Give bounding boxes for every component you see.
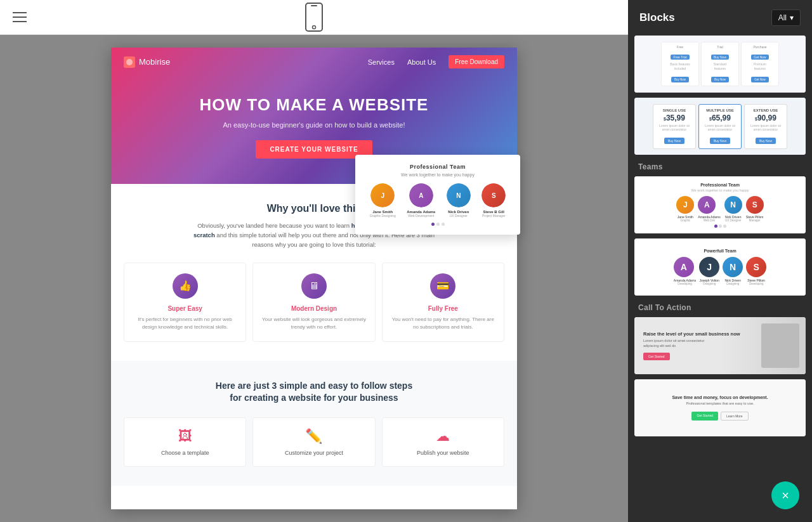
sidebar: Blocks All ▾ Free Free Trial Basic featu…	[628, 0, 812, 522]
step-icon-template: 🖼	[131, 428, 239, 445]
pro-role-1: Graphic	[676, 219, 694, 222]
powerful-team-avatars: A Amanda Adams Developing J Joseph Volto…	[674, 257, 766, 285]
block-card-professional-team[interactable]: Professional Team We work together to ma…	[634, 176, 806, 233]
cta2-btns: Get Started Learn More	[691, 412, 748, 421]
dot-2	[436, 223, 440, 226]
team-member-role-1: Graphic Designing	[370, 214, 396, 218]
top-price-2: Trial Buy Now Standardfeatures Buy Now	[701, 42, 739, 86]
sidebar-title: Blocks	[639, 11, 675, 24]
toolbar	[0, 0, 628, 35]
nav-link-about[interactable]: About Us	[407, 58, 436, 66]
hero-title: HOW TO MAKE A WEBSITE	[124, 95, 504, 115]
block-card-pricing-main[interactable]: SINGLE USE $35,99 Lorem ipsum dolor sit …	[634, 98, 806, 155]
svg-point-3	[126, 59, 133, 65]
pricing-main-preview: SINGLE USE $35,99 Lorem ipsum dolor sit …	[634, 98, 806, 155]
nav-link-services[interactable]: Services	[368, 58, 395, 66]
team-member-role-4: Project Manager	[481, 214, 506, 218]
powerful-team-preview: Powerfull Team A Amanda Adams Developing…	[634, 238, 806, 296]
feature-title-1: Super Easy	[131, 305, 239, 312]
steps-section: Here are just 3 simple and easy to follo…	[111, 361, 517, 486]
powerful-member-3: N Nick Driven Designing	[723, 257, 743, 285]
powerful-avatar-1: A	[674, 257, 694, 277]
feature-card-3: 💳 Fully Free You won't need to pay for a…	[382, 263, 504, 342]
price-multiple: MULTIPLE USE $65,99 Lorem ipsum dolor si…	[698, 104, 742, 149]
price-single: SINGLE USE $35,99 Lorem ipsum dolor sit …	[653, 104, 696, 149]
powerful-role-2: Designing	[699, 282, 719, 285]
top-price-3: Purchase Get Now Premiumfeatures Get Now	[741, 42, 779, 86]
pro-role-3: UX Designer	[724, 219, 742, 222]
feature-desc-1: It's perfect for beginners with no prior…	[131, 316, 239, 331]
feature-icon-free: 💳	[430, 273, 455, 299]
pro-name-2: Amanda Adams	[698, 215, 720, 219]
cta2-text: Professional templates that are easy to …	[686, 401, 754, 407]
team-popup-subtitle: We work together to make you happy	[364, 173, 511, 177]
team-popup-title: Professional Team	[364, 164, 511, 170]
step-card-3: ☁ Publish your website	[382, 417, 504, 467]
team-avatar-2: A	[409, 183, 433, 207]
website-preview: Mobirise Services About Us Free Download…	[111, 48, 517, 509]
block-card-powerful-team[interactable]: Powerfull Team A Amanda Adams Developing…	[634, 238, 806, 296]
team-avatar-3: N	[447, 183, 471, 207]
block-card-pricing-top[interactable]: Free Free Trial Basic featuresincluded B…	[634, 36, 806, 93]
team-member-3: N Nick Driven UX Designer	[447, 183, 471, 218]
hamburger-menu[interactable]	[13, 12, 27, 22]
team-avatar-1: J	[370, 183, 395, 207]
pro-member-1: J Jane Smith Graphic	[676, 196, 694, 222]
pro-member-4: S Steve Pillom Manager	[746, 196, 764, 222]
mobile-device-icon[interactable]	[305, 3, 323, 32]
teams-section-label: Teams	[638, 162, 802, 171]
pro-role-4: Manager	[746, 219, 764, 222]
top-price-1: Free Free Trial Basic featuresincluded B…	[661, 42, 699, 86]
step-icon-customize: ✏️	[259, 428, 368, 445]
powerful-team-title: Powerfull Team	[704, 249, 736, 253]
step-card-1: 🖼 Choose a template	[124, 417, 246, 467]
powerful-member-1: A Amanda Adams Developing	[674, 257, 696, 285]
pro-member-2: A Amanda Adams Web Dev	[698, 196, 720, 222]
close-sidebar-btn[interactable]: ×	[771, 481, 799, 509]
all-dropdown-btn[interactable]: All ▾	[771, 10, 801, 26]
pro-name-1: Jane Smith	[676, 215, 694, 219]
preview-canvas[interactable]: Mobirise Services About Us Free Download…	[0, 35, 628, 522]
feature-icon-design: 🖥	[301, 273, 327, 299]
team-member-role-2: Web Development	[407, 214, 435, 218]
pro-name-4: Steve Pillom	[746, 215, 764, 219]
hero-logo: Mobirise	[124, 56, 170, 68]
feature-card-1: 👍 Super Easy It's perfect for beginners …	[124, 263, 246, 342]
dropdown-label: All	[778, 13, 787, 22]
free-download-btn[interactable]: Free Download	[449, 55, 504, 69]
pricing-top-preview: Free Free Trial Basic featuresincluded B…	[634, 36, 806, 93]
team-member-2: A Amanda Adams Web Development	[407, 183, 435, 218]
svg-point-1	[313, 26, 316, 29]
logo-icon	[124, 56, 135, 68]
block-card-cta-1[interactable]: Raise the level of your small business n…	[634, 317, 806, 374]
dot-3	[442, 223, 445, 226]
cta2-btn-primary: Get Started	[691, 412, 718, 421]
team-popup-dots	[364, 223, 511, 226]
create-website-btn[interactable]: CREATE YOUR WEBSITE	[256, 140, 372, 159]
hero-section: Mobirise Services About Us Free Download…	[111, 48, 517, 184]
feature-title-2: Modern Design	[259, 305, 368, 312]
pro-name-3: Nick Driven	[724, 215, 742, 219]
powerful-avatar-2: J	[699, 257, 719, 277]
block-card-cta-2[interactable]: Save time and money, focus on developmen…	[634, 379, 806, 436]
steps-row: 🖼 Choose a template ✏️ Customize your pr…	[124, 417, 504, 467]
pro-avatar-4: S	[746, 196, 764, 214]
cta-section-label: Call To Action	[638, 303, 802, 312]
feature-icon-easy: 👍	[173, 273, 198, 299]
powerful-avatar-4: S	[746, 257, 766, 277]
powerful-avatar-3: N	[723, 257, 743, 277]
sidebar-header: Blocks All ▾	[628, 0, 812, 36]
sidebar-content[interactable]: Free Free Trial Basic featuresincluded B…	[628, 36, 812, 522]
pro-team-dots	[714, 225, 726, 228]
cta1-image	[761, 323, 799, 368]
step-label-2: Customize your project	[259, 450, 368, 456]
close-icon: ×	[782, 488, 789, 503]
powerful-role-3: Designing	[723, 282, 743, 285]
professional-team-preview: Professional Team We work together to ma…	[634, 176, 806, 233]
cta-2-preview: Save time and money, focus on developmen…	[634, 379, 806, 436]
main-area: Mobirise Services About Us Free Download…	[0, 0, 628, 522]
hero-nav-links: Services About Us Free Download	[368, 55, 504, 69]
cta1-btn: Get Started	[643, 353, 670, 360]
feature-title-3: Fully Free	[389, 305, 497, 312]
features-row: 👍 Super Easy It's perfect for beginners …	[124, 263, 504, 342]
